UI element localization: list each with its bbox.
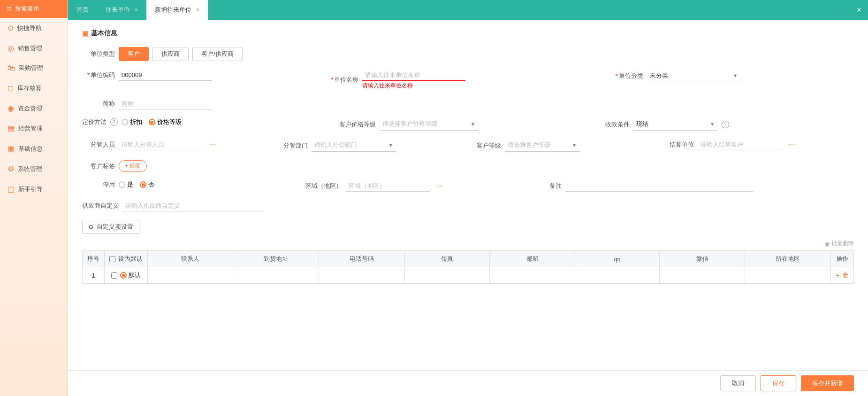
unit-type-row: 单位类型 客户 供应商 客户/供应商: [82, 47, 854, 61]
settlement-unit-input[interactable]: [698, 139, 782, 150]
address-input[interactable]: [238, 272, 314, 279]
unit-type-buttons: 客户 供应商 客户/供应商: [119, 47, 243, 61]
tab-contacts[interactable]: 往来单位 ×: [97, 0, 146, 20]
pricing-radio-discount[interactable]: 折扣: [122, 118, 142, 126]
row-default-radio[interactable]: 默认: [120, 271, 141, 280]
save-new-button[interactable]: 保存并新增: [801, 375, 854, 391]
guide-icon: ◫: [8, 185, 15, 194]
row-actions: + 🗑: [830, 267, 853, 284]
select-all-checkbox[interactable]: [109, 256, 115, 262]
batch-delete-container[interactable]: ▣ 批量删除: [82, 240, 854, 248]
unit-code-label: *单位编码: [82, 71, 115, 79]
disabled-label: 停用: [82, 180, 115, 189]
department-select[interactable]: 请输入分管部门 ▼: [312, 139, 396, 152]
supplier-custom-input[interactable]: [122, 200, 263, 211]
customer-level-label: 客户等级: [468, 141, 501, 150]
row-qq[interactable]: [575, 267, 660, 284]
sidebar-item-label: 基础信息: [18, 145, 43, 153]
row-phone[interactable]: [319, 267, 405, 284]
sidebar-search[interactable]: ☰ 搜索菜单: [0, 0, 68, 18]
disabled-no-radio[interactable]: 否: [140, 180, 154, 189]
tab-home[interactable]: 首页: [68, 0, 97, 20]
sidebar-item-purchase[interactable]: 🛍 采购管理: [0, 58, 68, 78]
sidebar-item-basic-info[interactable]: ▦ 基础信息: [0, 139, 68, 159]
delete-row-button[interactable]: 🗑: [842, 272, 849, 279]
manager-group: 分管人员 ···: [82, 139, 275, 150]
sidebar-item-system[interactable]: ⚙ 系统管理: [0, 159, 68, 179]
contact-input[interactable]: [152, 272, 228, 279]
pricing-radio-group: 折扣 价格等级: [122, 118, 182, 126]
wechat-input[interactable]: [664, 272, 739, 279]
save-button[interactable]: 保存: [761, 375, 796, 391]
remark-input[interactable]: [565, 180, 753, 192]
tab-home-label: 首页: [76, 6, 89, 14]
region-label: 区域（地区）: [305, 182, 342, 190]
remark-group: 备注: [529, 180, 854, 192]
custom-settings-button[interactable]: ⚙ 自定义项设置: [82, 220, 139, 234]
unit-btn-supplier[interactable]: 供应商: [152, 47, 189, 61]
customer-price-level-select[interactable]: 请选择客户价格等级 ▼: [380, 118, 478, 131]
region-more-btn[interactable]: ···: [434, 182, 446, 190]
row-fax[interactable]: [405, 267, 490, 284]
sidebar-item-quick-nav[interactable]: ⊙ 快捷导航: [0, 18, 68, 38]
batch-delete-icon: ▣: [824, 241, 830, 247]
supplier-custom-row: 供应商自定义: [82, 200, 854, 211]
qq-input[interactable]: [580, 272, 655, 279]
email-input[interactable]: [495, 272, 570, 279]
customer-tag-label: 客户标签: [82, 162, 115, 171]
section-icon: ▣: [82, 30, 88, 37]
manager-more-btn[interactable]: ···: [207, 140, 219, 149]
row-wechat[interactable]: [660, 267, 745, 284]
fax-input[interactable]: [410, 272, 485, 279]
sidebar-item-sales[interactable]: ◎ 销售管理: [0, 38, 68, 58]
payment-terms-select[interactable]: 现结 ▼: [633, 118, 718, 131]
customer-price-level-group: 客户价格等级 请选择客户价格等级 ▼: [339, 118, 596, 131]
region-input[interactable]: [346, 180, 430, 192]
sidebar-item-finance[interactable]: ◉ 资金管理: [0, 98, 68, 118]
row-address[interactable]: [233, 267, 319, 284]
sidebar-item-inventory[interactable]: ◻ 库存核算: [0, 78, 68, 98]
pricing-row: 定价方法 ? 折扣 价格等级 客户价格等级 请选择客户价: [82, 118, 854, 131]
unit-type-group: 单位类型 客户 供应商 客户/供应商: [82, 47, 854, 61]
sidebar-item-guide[interactable]: ◫ 新手引导: [0, 179, 68, 199]
disabled-no-circle: [140, 181, 146, 188]
disabled-yes-radio[interactable]: 是: [119, 180, 133, 189]
area-input[interactable]: [750, 272, 826, 279]
unit-name-input[interactable]: [362, 70, 465, 81]
disabled-radio-group: 是 否: [119, 180, 154, 189]
unit-category-select[interactable]: 未分类 ▼: [647, 70, 741, 82]
manager-input[interactable]: [119, 139, 203, 150]
tab-contacts-label: 往来单位: [106, 6, 130, 14]
settlement-unit-group: 结算单位 ···: [661, 139, 854, 150]
settings-gear-icon: ⚙: [88, 224, 94, 231]
row-email[interactable]: [490, 267, 575, 284]
category-dropdown-arrow: ▼: [733, 73, 738, 78]
tab-new-contact-close[interactable]: ×: [196, 7, 199, 13]
section-title-text: 基本信息: [91, 29, 117, 38]
customer-level-arrow: ▼: [572, 142, 577, 148]
short-name-input[interactable]: [119, 98, 213, 109]
customer-price-level-label: 客户价格等级: [339, 120, 376, 129]
row-area[interactable]: [745, 267, 830, 284]
cancel-button[interactable]: 取消: [720, 375, 756, 391]
customer-level-select[interactable]: 请选择客户等级 ▼: [505, 139, 580, 152]
payment-help-icon[interactable]: ?: [722, 121, 729, 128]
pricing-radio-level[interactable]: 价格等级: [149, 118, 182, 126]
window-close-button[interactable]: ×: [850, 5, 868, 15]
remark-label: 备注: [529, 182, 562, 190]
phone-input[interactable]: [324, 272, 400, 279]
settlement-more-btn[interactable]: ···: [786, 140, 798, 149]
tab-contacts-close[interactable]: ×: [135, 7, 138, 13]
tab-new-contact[interactable]: 新增往来单位 ×: [146, 0, 208, 20]
add-row-button[interactable]: +: [836, 272, 839, 279]
unit-code-input[interactable]: [119, 70, 213, 81]
sidebar-item-label: 资金管理: [18, 104, 42, 113]
add-tag-button[interactable]: + 标签: [119, 160, 147, 172]
pricing-help-icon[interactable]: ?: [110, 118, 118, 126]
col-wechat: 微信: [660, 251, 745, 267]
row-checkbox[interactable]: [111, 272, 117, 279]
unit-btn-both[interactable]: 客户/供应商: [192, 47, 243, 61]
sidebar-item-operations[interactable]: ▤ 经营管理: [0, 118, 68, 139]
row-contact[interactable]: [148, 267, 233, 284]
unit-btn-customer[interactable]: 客户: [119, 47, 149, 61]
